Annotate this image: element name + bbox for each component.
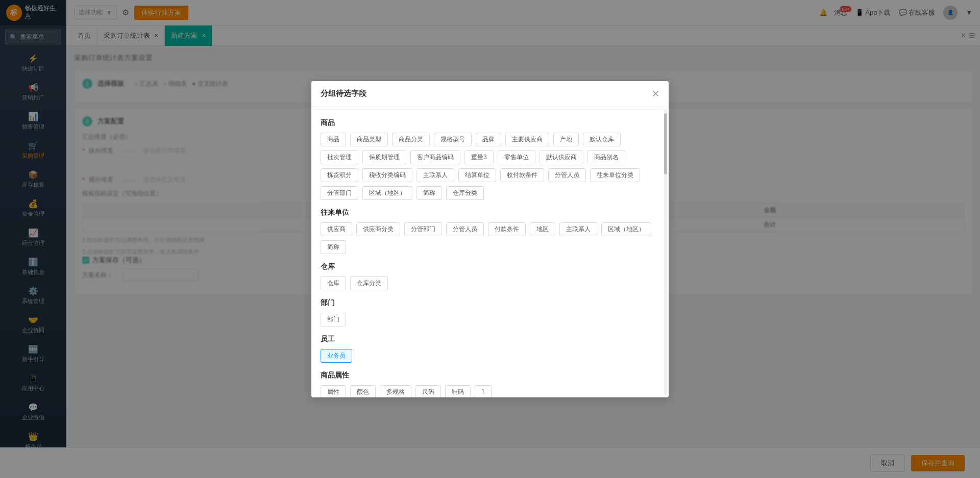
field-chip[interactable]: 结算单位 bbox=[458, 168, 496, 182]
warehouse-field-grid: 仓库 仓库分类 bbox=[321, 276, 659, 290]
field-chip[interactable]: 重量3 bbox=[464, 150, 494, 164]
field-chip[interactable]: 供应商 bbox=[321, 222, 352, 236]
field-chip[interactable]: 产地 bbox=[553, 133, 579, 146]
section-title-employee: 员工 bbox=[321, 335, 659, 344]
field-chip[interactable]: 品牌 bbox=[476, 133, 501, 146]
field-chip[interactable]: 颜色 bbox=[350, 385, 376, 397]
field-chip-salesperson[interactable]: 业务员 bbox=[321, 349, 352, 363]
field-chip[interactable]: 鞋码 bbox=[445, 385, 471, 397]
modal-close-icon[interactable]: ✕ bbox=[652, 88, 659, 99]
field-chip[interactable]: 保质期管理 bbox=[362, 150, 406, 164]
field-chip[interactable]: 供应商分类 bbox=[356, 222, 400, 236]
dept-field-grid: 部门 bbox=[321, 313, 659, 326]
field-chip[interactable]: 仓库分类 bbox=[446, 186, 484, 200]
field-chip[interactable]: 仓库分类 bbox=[350, 276, 388, 290]
field-chip[interactable]: 商品 bbox=[321, 133, 346, 146]
field-chip[interactable]: 收付款条件 bbox=[500, 168, 544, 182]
field-chip[interactable]: 商品类型 bbox=[350, 133, 388, 146]
section-title-partner: 往来单位 bbox=[321, 208, 659, 217]
employee-field-grid: 业务员 bbox=[321, 349, 659, 363]
modal-overlay: 分组待选字段 ✕ 商品 商品 商品类型 商品分类 规格型号 品牌 主要供应商 产… bbox=[0, 0, 980, 478]
field-chip[interactable]: 往来单位分类 bbox=[590, 168, 640, 182]
field-chip[interactable]: 简称 bbox=[321, 240, 346, 254]
field-chip[interactable]: 付款条件 bbox=[488, 222, 526, 236]
field-chip[interactable]: 多规格 bbox=[380, 385, 411, 397]
section-title-goods-attr: 商品属性 bbox=[321, 371, 659, 380]
field-chip[interactable]: 主要供应商 bbox=[505, 133, 549, 146]
field-chip[interactable]: 分管部门 bbox=[321, 186, 358, 200]
modal-scrollbar-thumb[interactable] bbox=[664, 113, 667, 174]
field-chip[interactable]: 商品分类 bbox=[392, 133, 430, 146]
field-chip[interactable]: 零售单位 bbox=[498, 150, 535, 164]
field-chip[interactable]: 默认供应商 bbox=[540, 150, 583, 164]
field-chip[interactable]: 简称 bbox=[416, 186, 442, 200]
field-chip[interactable]: 主联系人 bbox=[559, 222, 597, 236]
field-chip[interactable]: 客户商品编码 bbox=[410, 150, 460, 164]
field-select-modal: 分组待选字段 ✕ 商品 商品 商品类型 商品分类 规格型号 品牌 主要供应商 产… bbox=[311, 81, 669, 397]
goods-field-grid: 商品 商品类型 商品分类 规格型号 品牌 主要供应商 产地 默认仓库 批次管理 … bbox=[321, 133, 659, 200]
field-chip[interactable]: 区域（地区） bbox=[362, 186, 412, 200]
field-chip[interactable]: 地区 bbox=[530, 222, 555, 236]
field-chip[interactable]: 规格型号 bbox=[434, 133, 472, 146]
field-chip[interactable]: 商品别名 bbox=[587, 150, 625, 164]
field-chip[interactable]: 批次管理 bbox=[321, 150, 358, 164]
field-chip[interactable]: 分管部门 bbox=[404, 222, 442, 236]
field-chip[interactable]: 1 bbox=[475, 385, 492, 397]
field-chip[interactable]: 拣货积分 bbox=[321, 168, 358, 182]
modal-body[interactable]: 商品 商品 商品类型 商品分类 规格型号 品牌 主要供应商 产地 默认仓库 批次… bbox=[311, 107, 669, 397]
field-chip[interactable]: 分管人员 bbox=[548, 168, 586, 182]
field-chip[interactable]: 仓库 bbox=[321, 276, 346, 290]
field-chip[interactable]: 尺码 bbox=[415, 385, 441, 397]
field-chip[interactable]: 默认仓库 bbox=[583, 133, 621, 146]
modal-header: 分组待选字段 ✕ bbox=[311, 81, 669, 107]
partner-field-grid: 供应商 供应商分类 分管部门 分管人员 付款条件 地区 主联系人 区域（地区） … bbox=[321, 222, 659, 254]
field-chip[interactable]: 税收分类编码 bbox=[362, 168, 412, 182]
section-title-goods: 商品 bbox=[321, 118, 659, 128]
goods-attr-field-grid: 属性 颜色 多规格 尺码 鞋码 1 bbox=[321, 385, 659, 397]
modal-title: 分组待选字段 bbox=[321, 89, 366, 98]
modal-scrollbar-track bbox=[664, 109, 667, 395]
section-title-dept: 部门 bbox=[321, 298, 659, 308]
field-chip[interactable]: 主联系人 bbox=[416, 168, 454, 182]
field-chip[interactable]: 分管人员 bbox=[446, 222, 484, 236]
field-chip[interactable]: 属性 bbox=[321, 385, 346, 397]
section-title-warehouse: 仓库 bbox=[321, 262, 659, 271]
field-chip[interactable]: 区域（地区） bbox=[601, 222, 651, 236]
field-chip[interactable]: 部门 bbox=[321, 313, 346, 326]
